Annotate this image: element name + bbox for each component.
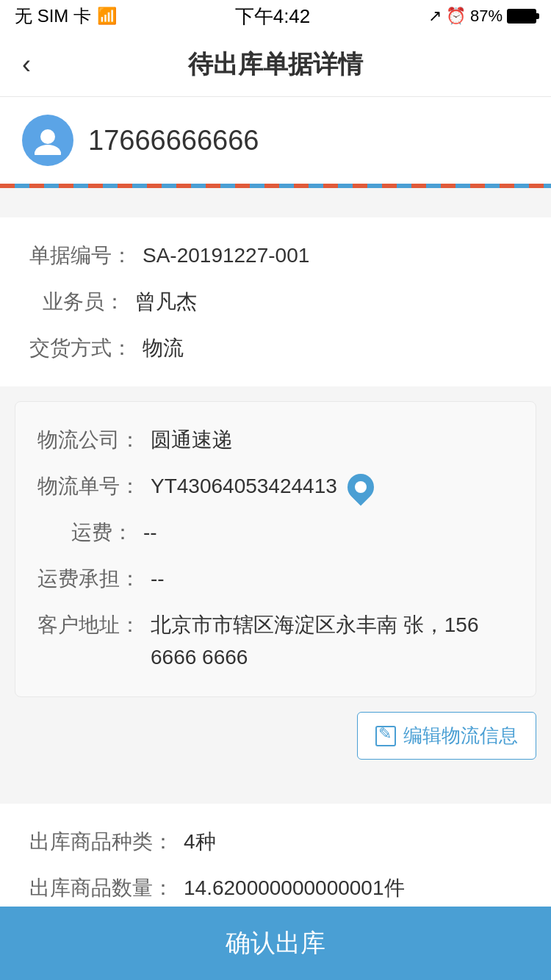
location-icon: ↗ [428, 7, 442, 26]
status-bar: 无 SIM 卡 📶 下午4:42 ↗ ⏰ 87% [0, 0, 551, 32]
delivery-row: 交货方式： 物流 [29, 332, 522, 365]
salesman-label: 业务员： [29, 286, 125, 319]
svg-point-0 [40, 129, 55, 144]
logistics-company-label: 物流公司： [37, 424, 140, 457]
logistics-company-row: 物流公司： 圆通速递 [37, 424, 514, 457]
page-title: 待出库单据详情 [188, 48, 363, 82]
wifi-icon: 📶 [97, 7, 117, 26]
delivery-label: 交货方式： [29, 332, 132, 365]
back-button[interactable]: ‹ [22, 49, 66, 80]
nav-bar: ‹ 待出库单据详情 [0, 32, 551, 97]
battery-label: 87% [470, 7, 503, 26]
battery-icon [507, 9, 536, 24]
gap1 [0, 188, 551, 203]
salesman-value: 曾凡杰 [135, 286, 522, 319]
gap2 [0, 760, 551, 774]
freight-bear-value: -- [151, 563, 514, 596]
freight-bear-row: 运费承担： -- [37, 563, 514, 596]
address-value: 北京市市辖区海淀区永丰南 张，156 6666 6666 [151, 609, 514, 675]
edit-btn-wrapper: 编辑物流信息 [0, 697, 551, 760]
logistics-section: 物流公司： 圆通速递 物流单号： YT43064053424413 运费： --… [15, 401, 536, 697]
product-quantity-value: 14.620000000000001件 [184, 872, 522, 905]
tracking-label: 物流单号： [37, 470, 140, 503]
freight-value: -- [143, 516, 514, 550]
product-types-label: 出库商品种类： [29, 826, 173, 859]
product-quantity-row: 出库商品数量： 14.620000000000001件 [29, 872, 522, 905]
tracking-row: 物流单号： YT43064053424413 [37, 470, 514, 503]
freight-row: 运费： -- [37, 516, 514, 550]
address-row: 客户地址： 北京市市辖区海淀区永丰南 张，156 6666 6666 [37, 609, 514, 675]
doc-info-section: 单据编号： SA-20191227-001 业务员： 曾凡杰 交货方式： 物流 [0, 217, 551, 386]
freight-bear-label: 运费承担： [37, 563, 140, 596]
location-pin-icon[interactable] [342, 468, 379, 505]
avatar-icon [33, 126, 62, 155]
salesman-row: 业务员： 曾凡杰 [29, 286, 522, 319]
doc-number-label: 单据编号： [29, 239, 132, 273]
address-label: 客户地址： [37, 609, 140, 642]
delivery-value: 物流 [143, 332, 522, 365]
freight-label: 运费： [37, 516, 133, 550]
doc-number-value: SA-20191227-001 [143, 239, 522, 273]
confirm-btn-label: 确认出库 [226, 926, 325, 960]
product-quantity-label: 出库商品数量： [29, 872, 173, 905]
product-types-row: 出库商品种类： 4种 [29, 826, 522, 859]
status-right: ↗ ⏰ 87% [428, 7, 536, 26]
product-types-value: 4种 [184, 826, 522, 859]
carrier-label: 无 SIM 卡 [15, 4, 91, 28]
tracking-value: YT43064053424413 [151, 470, 514, 503]
edit-icon [375, 726, 396, 746]
edit-logistics-button[interactable]: 编辑物流信息 [357, 712, 536, 760]
logistics-company-value: 圆通速递 [151, 424, 514, 457]
svg-point-1 [35, 145, 61, 155]
avatar [22, 115, 73, 166]
customer-phone: 17666666666 [88, 125, 259, 156]
customer-header: 17666666666 [0, 97, 551, 184]
gap3 [0, 774, 551, 789]
edit-btn-label: 编辑物流信息 [403, 723, 518, 749]
doc-number-row: 单据编号： SA-20191227-001 [29, 239, 522, 273]
alarm-icon: ⏰ [446, 7, 466, 26]
status-left: 无 SIM 卡 📶 [15, 4, 117, 28]
status-time: 下午4:42 [235, 4, 311, 29]
confirm-button[interactable]: 确认出库 [0, 907, 551, 980]
